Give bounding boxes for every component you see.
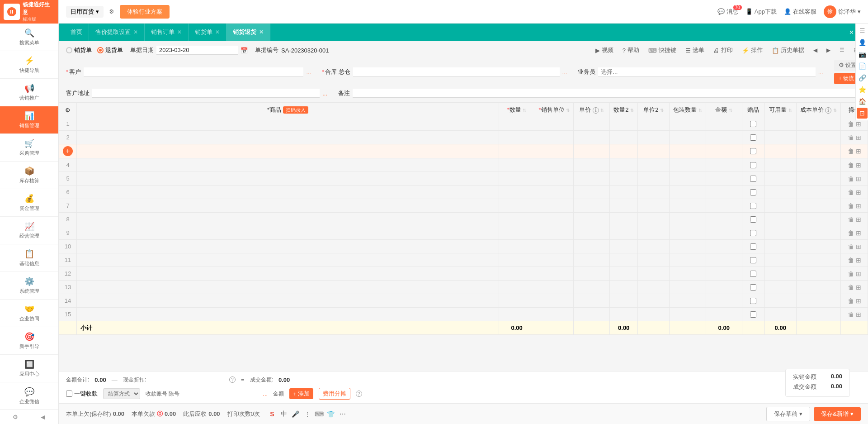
amount-cell[interactable]: [706, 281, 742, 294]
price-cell[interactable]: [574, 144, 610, 158]
account-input[interactable]: [185, 389, 257, 398]
price-cell[interactable]: [574, 226, 610, 240]
customer-input[interactable]: [84, 67, 303, 76]
unit-cell[interactable]: [535, 226, 574, 240]
unit-cell[interactable]: [535, 199, 574, 213]
unit2-cell[interactable]: [638, 226, 670, 240]
date-input[interactable]: [156, 46, 238, 55]
gift-checkbox[interactable]: [750, 243, 756, 250]
one-click-payment-checkbox[interactable]: 一键收款: [66, 390, 98, 398]
sidebar-settings-btn[interactable]: ⚙: [4, 414, 28, 420]
sidebar-item-apps[interactable]: 🔲 应用中心: [0, 355, 58, 382]
discount-input[interactable]: [151, 375, 224, 384]
qty2-cell[interactable]: [610, 172, 638, 186]
toolbar-help-btn[interactable]: ? 帮助: [620, 45, 642, 55]
sys-icon-zh[interactable]: 中: [279, 409, 289, 419]
pkg-cell[interactable]: [670, 253, 706, 267]
amount-cell[interactable]: [706, 267, 742, 281]
gift-cell[interactable]: [742, 186, 764, 199]
unit-cell[interactable]: [535, 117, 574, 131]
price-cell[interactable]: [574, 294, 610, 308]
sidebar-item-basic[interactable]: 📋 基础信息: [0, 244, 58, 272]
row-delete-btn[interactable]: 🗑: [848, 243, 854, 250]
right-panel-icon-3[interactable]: 📷: [857, 49, 868, 60]
row-copy-btn[interactable]: ⊞: [856, 202, 861, 210]
right-panel-icon-7[interactable]: 🏠: [857, 96, 868, 107]
amount-cell[interactable]: [706, 240, 742, 253]
tab-sales-delivery[interactable]: 销货单 ✕: [189, 24, 226, 41]
gift-cell[interactable]: [742, 281, 764, 294]
add-row-btn[interactable]: +: [63, 146, 73, 156]
right-panel-icon-4[interactable]: 📄: [857, 61, 868, 71]
pkg-cell[interactable]: [670, 131, 706, 144]
pkg-cell[interactable]: [670, 144, 706, 158]
scan-input-btn[interactable]: 扫码录入: [283, 106, 308, 114]
qty2-cell[interactable]: [610, 199, 638, 213]
pkg-cell[interactable]: [670, 267, 706, 281]
qty2-cell[interactable]: [610, 240, 638, 253]
toolbar-print-btn[interactable]: 🖨 打印: [711, 45, 736, 55]
qty2-cell[interactable]: [610, 294, 638, 308]
qty-cell[interactable]: [499, 253, 535, 267]
th-settings[interactable]: ⚙: [59, 103, 77, 117]
qty-cell[interactable]: [499, 172, 535, 186]
address-picker-btn[interactable]: ...: [322, 90, 327, 97]
row-copy-btn[interactable]: ⊞: [856, 162, 861, 169]
unit2-cell[interactable]: [638, 131, 670, 144]
sidebar-item-sales[interactable]: 📊 销售管理: [0, 106, 58, 134]
row-delete-btn[interactable]: 🗑: [848, 297, 854, 305]
row-copy-btn[interactable]: ⊞: [856, 311, 861, 318]
product-cell[interactable]: [77, 131, 499, 144]
product-cell[interactable]: [77, 199, 499, 213]
qty-cell[interactable]: [499, 158, 535, 172]
gift-cell[interactable]: [742, 308, 764, 321]
gift-checkbox[interactable]: [750, 176, 756, 182]
qty-cell[interactable]: [499, 267, 535, 281]
toolbar-select-btn[interactable]: ☰ 选单: [683, 45, 707, 55]
gift-checkbox[interactable]: [750, 271, 756, 277]
account-picker-btn[interactable]: ...: [263, 391, 268, 397]
row-copy-btn[interactable]: ⊞: [856, 189, 861, 196]
toolbar-view-list-btn[interactable]: ☰: [837, 46, 847, 54]
unit-cell[interactable]: [535, 240, 574, 253]
calendar-icon[interactable]: 📅: [241, 47, 248, 54]
amount-cell[interactable]: [706, 199, 742, 213]
gift-cell[interactable]: [742, 213, 764, 226]
sys-icon-s[interactable]: S: [267, 409, 277, 419]
fee-help-icon[interactable]: ?: [356, 391, 362, 397]
row-delete-btn[interactable]: 🗑: [848, 162, 854, 169]
price-cell[interactable]: [574, 240, 610, 253]
unit2-cell[interactable]: [638, 172, 670, 186]
right-panel-icon-2[interactable]: 👤: [857, 41, 868, 48]
row-delete-btn[interactable]: 🗑: [848, 189, 854, 196]
pkg-cell[interactable]: [670, 172, 706, 186]
product-cell[interactable]: [77, 172, 499, 186]
pkg-cell[interactable]: [670, 158, 706, 172]
qty2-cell[interactable]: [610, 131, 638, 144]
row-delete-btn[interactable]: 🗑: [848, 148, 854, 155]
price-cell[interactable]: [574, 308, 610, 321]
gift-checkbox[interactable]: [750, 298, 756, 304]
cost-info-icon[interactable]: ℹ: [825, 107, 831, 114]
gift-cell[interactable]: [742, 199, 764, 213]
row-copy-btn[interactable]: ⊞: [856, 229, 861, 237]
row-copy-btn[interactable]: ⊞: [856, 148, 861, 155]
gift-checkbox[interactable]: [750, 216, 756, 223]
product-cell[interactable]: [77, 226, 499, 240]
settlement-select[interactable]: 结算方式: [103, 388, 140, 399]
product-cell[interactable]: [77, 158, 499, 172]
gift-cell[interactable]: [742, 294, 764, 308]
amount-cell[interactable]: [706, 226, 742, 240]
product-cell[interactable]: [77, 240, 499, 253]
gift-checkbox[interactable]: [750, 189, 756, 195]
unit-cell[interactable]: [535, 172, 574, 186]
qty2-cell[interactable]: [610, 281, 638, 294]
sys-icon-dots[interactable]: ⋮: [302, 409, 312, 419]
sys-icon-tshirt[interactable]: 👕: [326, 409, 336, 419]
price-cell[interactable]: [574, 172, 610, 186]
qty-cell[interactable]: [499, 294, 535, 308]
warehouse-input[interactable]: [353, 67, 560, 76]
price-cell[interactable]: [574, 131, 610, 144]
row-copy-btn[interactable]: ⊞: [856, 270, 861, 277]
price-cell[interactable]: [574, 253, 610, 267]
